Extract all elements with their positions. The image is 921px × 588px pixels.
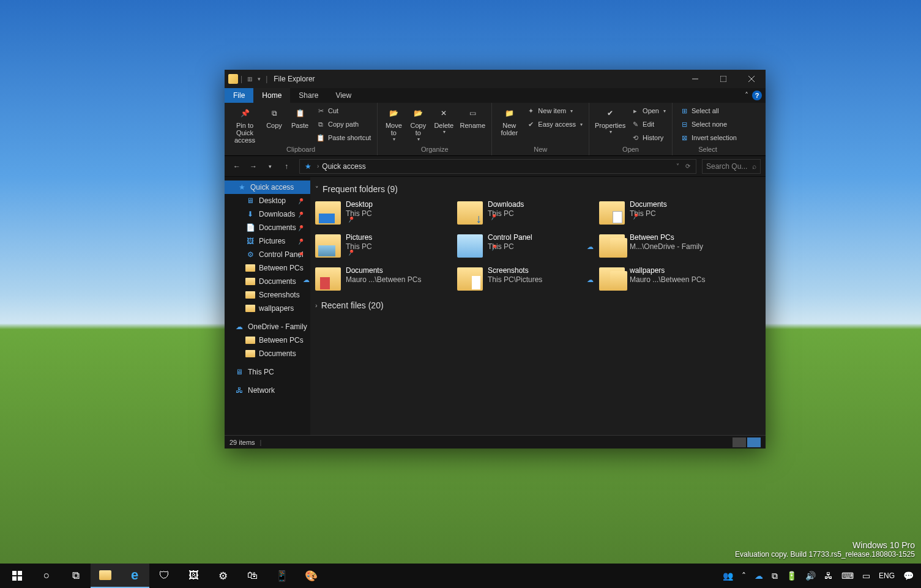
recent-locations-button[interactable]: ▾ [263, 159, 277, 174]
new-item-button[interactable]: ✦New item▾ [524, 105, 585, 117]
taskbar-file-explorer[interactable] [91, 564, 120, 588]
folder-item[interactable]: ☁DocumentsMauro ...\Between PCs [314, 265, 456, 298]
sidebar-item[interactable]: 📄Documents📍 [225, 221, 310, 234]
sidebar-item-onedrive[interactable]: ☁ OneDrive - Family [225, 320, 310, 333]
move-to-button[interactable]: 📂Moveto▾ [381, 105, 406, 142]
tiles-view-button[interactable] [747, 437, 761, 447]
qat-dropdown-icon[interactable]: ▥ [247, 76, 253, 82]
people-icon[interactable]: 👥 [723, 571, 733, 581]
folder-item[interactable]: PicturesThis PC📍 [314, 232, 456, 265]
rename-button[interactable]: ▭Rename [457, 105, 488, 129]
pin-to-quick-access-button[interactable]: 📌Pin to Quickaccess [228, 105, 261, 144]
folder-item[interactable]: DocumentsThis PC📍 [598, 199, 740, 232]
easy-access-button[interactable]: ✔Easy access▾ [524, 118, 585, 130]
invert-selection-button[interactable]: ⊠Invert selection [677, 132, 739, 144]
sidebar-item[interactable]: 🖼Pictures📍 [225, 234, 310, 248]
copy-button[interactable]: ⧉Copy [261, 105, 287, 129]
select-all-button[interactable]: ⊞Select all [677, 105, 739, 117]
help-icon[interactable]: ? [752, 91, 762, 100]
new-folder-button[interactable]: 📁Newfolder [496, 105, 523, 136]
keyboard-icon[interactable]: ⌨ [841, 571, 854, 581]
copy-path-button[interactable]: ⧉Copy path [314, 118, 373, 130]
sidebar-item[interactable]: Between PCs [225, 333, 310, 347]
back-button[interactable]: ← [229, 159, 244, 174]
sidebar-item[interactable]: ⚙Control Panel📍 [225, 248, 310, 261]
taskbar-security[interactable]: 🛡 [149, 564, 179, 588]
start-button[interactable] [2, 564, 32, 588]
open-button[interactable]: ▸Open▾ [628, 105, 668, 117]
up-button[interactable]: ↑ [279, 159, 294, 174]
picture-icon: 🖼 [245, 237, 255, 245]
select-none-button[interactable]: ⊟Select none [677, 118, 739, 130]
minimize-button[interactable] [681, 70, 709, 88]
location-icon[interactable]: ▭ [862, 571, 870, 581]
task-view-button[interactable]: ⧉ [61, 564, 91, 588]
folder-item[interactable]: DesktopThis PC📍 [314, 199, 456, 232]
cut-button[interactable]: ✂Cut [314, 105, 373, 117]
folder-item[interactable]: ☁wallpapersMauro ...\Between PCs [598, 265, 740, 298]
sidebar-item-this-pc[interactable]: 🖥 This PC [225, 365, 310, 379]
sidebar-item-network[interactable]: 🖧 Network [225, 384, 310, 397]
sidebar-item[interactable]: Documents [225, 275, 310, 288]
properties-button[interactable]: ✔Properties▾ [593, 105, 627, 135]
address-location: Quick access [322, 162, 365, 171]
edit-button[interactable]: ✎Edit [628, 118, 668, 130]
language-indicator[interactable]: ENG [879, 571, 895, 580]
copy-to-button[interactable]: 📂Copyto▾ [406, 105, 430, 142]
pin-icon: 📍 [296, 196, 305, 206]
folder-icon [457, 234, 483, 258]
sidebar-item[interactable]: ⬇Downloads📍 [225, 207, 310, 221]
battery-icon[interactable]: 🔋 [786, 571, 797, 581]
tray-overflow-icon[interactable]: ˄ [742, 571, 746, 581]
sidebar-item-quick-access[interactable]: ★ Quick access [225, 180, 310, 194]
folder-icon [457, 201, 483, 225]
forward-button[interactable]: → [246, 159, 261, 174]
maximize-button[interactable] [709, 70, 737, 88]
details-view-button[interactable] [733, 437, 746, 447]
taskbar-your-phone[interactable]: 📱 [267, 564, 296, 588]
collapse-ribbon-icon[interactable]: ˄ [745, 91, 748, 100]
folder-item[interactable]: Control PanelThis PC📍 [456, 232, 598, 265]
chevron-right-icon[interactable]: › [317, 163, 319, 169]
svg-rect-6 [12, 576, 17, 581]
taskbar-paint[interactable]: 🎨 [296, 564, 326, 588]
frequent-folders-header[interactable]: ˅ Frequent folders (9) [315, 184, 762, 194]
volume-icon[interactable]: 🔊 [805, 571, 816, 581]
chevron-down-icon[interactable]: ▾ [258, 76, 261, 82]
action-center-icon[interactable]: 💬 [903, 571, 914, 581]
taskbar-photos[interactable]: 🖼 [179, 564, 208, 588]
folder-item[interactable]: DownloadsThis PC📍 [456, 199, 598, 232]
recent-files-header[interactable]: › Recent files (20) [315, 300, 762, 310]
window-title: File Explorer [274, 75, 315, 83]
ribbon-tabs: File Home Share View ˄ ? [225, 88, 766, 103]
address-bar[interactable]: ★ › Quick access ˅ ⟳ [299, 159, 696, 174]
address-dropdown-icon[interactable]: ˅ [676, 163, 679, 169]
sidebar-item[interactable]: Documents [225, 347, 310, 360]
search-input[interactable]: Search Qu... ⌕ [702, 159, 761, 174]
svg-rect-5 [18, 571, 22, 575]
tab-home[interactable]: Home [253, 88, 290, 103]
refresh-icon[interactable]: ⟳ [685, 163, 690, 169]
close-button[interactable] [737, 70, 766, 88]
sidebar-item[interactable]: Between PCs [225, 261, 310, 275]
taskbar-store[interactable]: 🛍 [237, 564, 267, 588]
history-button[interactable]: ⟲History [628, 132, 668, 144]
network-tray-icon[interactable]: 🖧 [824, 571, 833, 581]
cortana-button[interactable]: ○ [32, 564, 61, 588]
taskbar-settings[interactable]: ⚙ [208, 564, 237, 588]
sidebar-item[interactable]: 🖥Desktop📍 [225, 194, 310, 207]
onedrive-tray-icon[interactable]: ☁ [755, 571, 763, 581]
sidebar-item[interactable]: wallpapers [225, 302, 310, 315]
delete-button[interactable]: ✕Delete▾ [430, 105, 457, 135]
tab-share[interactable]: Share [290, 88, 327, 103]
tab-file[interactable]: File [225, 88, 253, 103]
taskbar-edge[interactable]: e [120, 564, 149, 588]
paste-shortcut-button[interactable]: 📋Paste shortcut [314, 132, 373, 144]
cloud-icon: ☁ [234, 322, 244, 331]
folder-item[interactable]: ☁Between PCsM...\OneDrive - Family [598, 232, 740, 265]
sidebar-item[interactable]: Screenshots [225, 288, 310, 302]
tab-view[interactable]: View [327, 88, 360, 103]
titlebar[interactable]: | ▥ ▾ | File Explorer [225, 70, 766, 88]
virtual-desktop-icon[interactable]: ⧉ [772, 571, 778, 581]
paste-button[interactable]: 📋Paste [287, 105, 313, 129]
